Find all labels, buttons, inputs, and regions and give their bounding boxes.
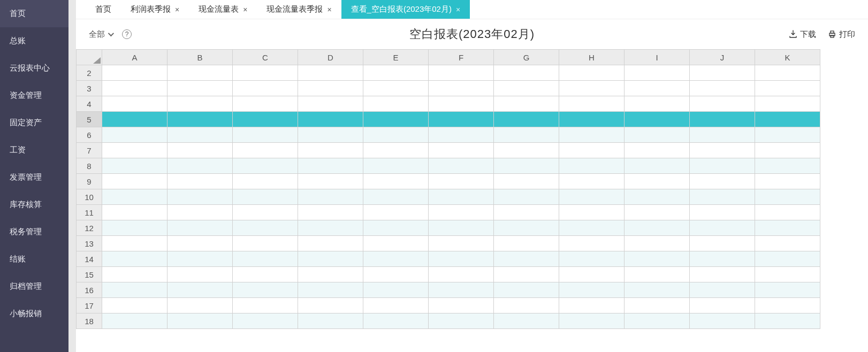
cell-G16[interactable]	[494, 282, 559, 298]
cell-H7[interactable]	[559, 143, 625, 158]
sidebar-item-5[interactable]: 工资	[0, 136, 68, 164]
sidebar-item-8[interactable]: 税务管理	[0, 218, 68, 246]
cell-A5[interactable]	[102, 112, 167, 127]
cell-K3[interactable]	[755, 81, 820, 96]
cell-B10[interactable]	[167, 189, 233, 205]
cell-B14[interactable]	[167, 251, 233, 267]
cell-F14[interactable]	[429, 251, 494, 267]
cell-B18[interactable]	[167, 313, 233, 329]
cell-H12[interactable]	[559, 220, 625, 236]
cell-G9[interactable]	[494, 174, 559, 189]
cell-E18[interactable]	[363, 313, 429, 329]
cell-H14[interactable]	[559, 251, 625, 267]
cell-C11[interactable]	[233, 205, 298, 220]
help-icon[interactable]: ?	[122, 29, 132, 39]
cell-J7[interactable]	[690, 143, 755, 158]
row-header-14[interactable]: 14	[77, 251, 102, 267]
cell-E14[interactable]	[363, 251, 429, 267]
row-header-9[interactable]: 9	[77, 174, 102, 189]
cell-A17[interactable]	[102, 298, 167, 313]
cell-E9[interactable]	[363, 174, 429, 189]
cell-J14[interactable]	[690, 251, 755, 267]
cell-H5[interactable]	[559, 112, 625, 127]
cell-K14[interactable]	[755, 251, 820, 267]
column-header-B[interactable]: B	[167, 50, 233, 65]
cell-J10[interactable]	[690, 189, 755, 205]
close-icon[interactable]: ×	[327, 5, 331, 14]
column-header-G[interactable]: G	[494, 50, 559, 65]
cell-C2[interactable]	[233, 65, 298, 81]
sidebar-item-2[interactable]: 云报表中心	[0, 55, 68, 82]
cell-F7[interactable]	[429, 143, 494, 158]
cell-J9[interactable]	[690, 174, 755, 189]
cell-C8[interactable]	[233, 158, 298, 174]
cell-D17[interactable]	[298, 298, 363, 313]
cell-F3[interactable]	[429, 81, 494, 96]
cell-I18[interactable]	[625, 313, 690, 329]
cell-C7[interactable]	[233, 143, 298, 158]
cell-I7[interactable]	[625, 143, 690, 158]
cell-D4[interactable]	[298, 96, 363, 112]
cell-G11[interactable]	[494, 205, 559, 220]
cell-E2[interactable]	[363, 65, 429, 81]
cell-J8[interactable]	[690, 158, 755, 174]
cell-I4[interactable]	[625, 96, 690, 112]
print-button[interactable]: 打印	[828, 29, 855, 40]
cell-F6[interactable]	[429, 127, 494, 143]
cell-K17[interactable]	[755, 298, 820, 313]
cell-B7[interactable]	[167, 143, 233, 158]
cell-C9[interactable]	[233, 174, 298, 189]
cell-D13[interactable]	[298, 236, 363, 251]
cell-D6[interactable]	[298, 127, 363, 143]
row-header-17[interactable]: 17	[77, 298, 102, 313]
cell-C15[interactable]	[233, 267, 298, 282]
cell-C17[interactable]	[233, 298, 298, 313]
cell-C14[interactable]	[233, 251, 298, 267]
cell-H17[interactable]	[559, 298, 625, 313]
cell-G5[interactable]	[494, 112, 559, 127]
cell-H18[interactable]	[559, 313, 625, 329]
cell-F16[interactable]	[429, 282, 494, 298]
cell-G13[interactable]	[494, 236, 559, 251]
cell-D18[interactable]	[298, 313, 363, 329]
cell-H3[interactable]	[559, 81, 625, 96]
cell-I6[interactable]	[625, 127, 690, 143]
cell-G8[interactable]	[494, 158, 559, 174]
cell-I3[interactable]	[625, 81, 690, 96]
cell-J18[interactable]	[690, 313, 755, 329]
row-header-13[interactable]: 13	[77, 236, 102, 251]
cell-E15[interactable]	[363, 267, 429, 282]
tab-4[interactable]: 查看_空白报表(2023年02月)×	[341, 0, 470, 19]
cell-A18[interactable]	[102, 313, 167, 329]
cell-I9[interactable]	[625, 174, 690, 189]
cell-B8[interactable]	[167, 158, 233, 174]
cell-D14[interactable]	[298, 251, 363, 267]
cell-H13[interactable]	[559, 236, 625, 251]
cell-C5[interactable]	[233, 112, 298, 127]
cell-H11[interactable]	[559, 205, 625, 220]
cell-E17[interactable]	[363, 298, 429, 313]
cell-K5[interactable]	[755, 112, 820, 127]
cell-J17[interactable]	[690, 298, 755, 313]
cell-E13[interactable]	[363, 236, 429, 251]
cell-D16[interactable]	[298, 282, 363, 298]
cell-B17[interactable]	[167, 298, 233, 313]
cell-K2[interactable]	[755, 65, 820, 81]
sidebar-item-3[interactable]: 资金管理	[0, 82, 68, 109]
cell-G4[interactable]	[494, 96, 559, 112]
cell-F5[interactable]	[429, 112, 494, 127]
cell-I12[interactable]	[625, 220, 690, 236]
cell-E8[interactable]	[363, 158, 429, 174]
cell-G17[interactable]	[494, 298, 559, 313]
cell-E4[interactable]	[363, 96, 429, 112]
cell-E11[interactable]	[363, 205, 429, 220]
cell-F10[interactable]	[429, 189, 494, 205]
cell-F8[interactable]	[429, 158, 494, 174]
cell-A3[interactable]	[102, 81, 167, 96]
column-header-C[interactable]: C	[233, 50, 298, 65]
sidebar-item-11[interactable]: 小畅报销	[0, 300, 68, 327]
cell-K18[interactable]	[755, 313, 820, 329]
row-header-5[interactable]: 5	[77, 112, 102, 127]
cell-D9[interactable]	[298, 174, 363, 189]
cell-I8[interactable]	[625, 158, 690, 174]
